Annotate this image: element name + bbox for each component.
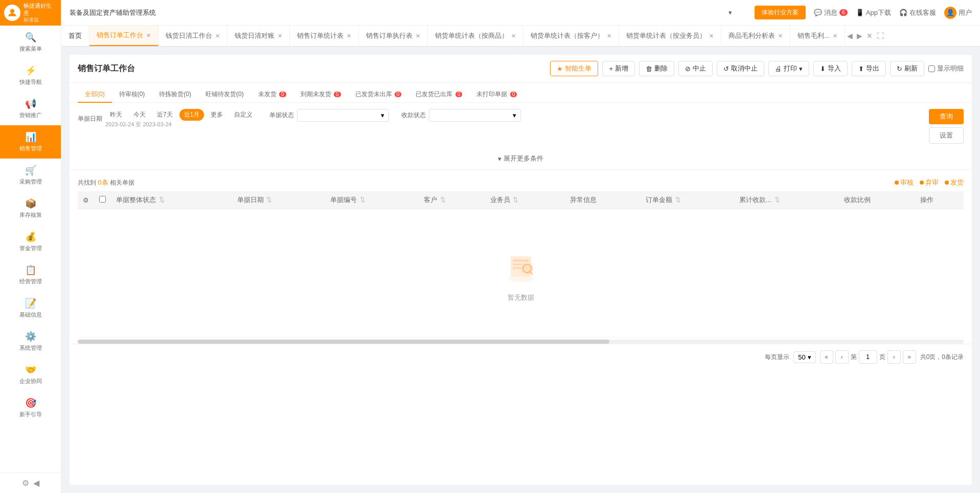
tab-sales-margin-close[interactable]: ✕ <box>833 33 837 39</box>
scroll-bar-thumb[interactable] <box>78 340 609 344</box>
tab-cash-clear[interactable]: 钱货日清工作台 ✕ <box>158 26 227 46</box>
sub-tab-wangpu[interactable]: 旺铺待发货(0) <box>198 87 251 103</box>
tab-goods-product-close[interactable]: ✕ <box>511 33 516 39</box>
tab-goods-product[interactable]: 销货单统计表（按商品） ✕ <box>428 26 523 46</box>
tab-goods-customer[interactable]: 销货单统计表（按客户） ✕ <box>523 26 619 46</box>
tab-profit-close[interactable]: ✕ <box>778 33 783 39</box>
tab-sales-order-close[interactable]: ✕ <box>146 32 151 39</box>
th-settings[interactable]: ⚙ <box>78 191 94 209</box>
tab-cash-recon[interactable]: 钱货日清对账 ✕ <box>227 26 290 46</box>
message-link[interactable]: 💬 消息 6 <box>814 8 848 17</box>
sidebar-item-guide[interactable]: 🎯 新手引导 <box>0 391 61 424</box>
show-detail-checkbox[interactable] <box>928 65 935 72</box>
sidebar-item-management[interactable]: 📋 经营管理 <box>0 258 61 292</box>
sub-tab-shipped-not-out[interactable]: 已发货未出库 0 <box>348 87 409 103</box>
date-btn-yesterday[interactable]: 昨天 <box>105 109 127 121</box>
sidebar-item-nav[interactable]: ⚡ 快捷导航 <box>0 59 61 92</box>
status-select[interactable]: ▾ <box>297 109 389 122</box>
tab-sales-exec[interactable]: 销售订单执行表 ✕ <box>359 26 428 46</box>
sidebar-item-inventory[interactable]: 📦 库存核算 <box>0 192 61 225</box>
show-detail-label[interactable]: 显示明细 <box>928 64 964 73</box>
th-date[interactable]: 单据日期 ⇅ <box>232 191 326 209</box>
date-btn-more[interactable]: 更多 <box>206 109 227 121</box>
sub-tab-overdue[interactable]: 到期未发货 0 <box>293 87 348 103</box>
date-btn-1month[interactable]: 近1月 <box>179 109 204 121</box>
tabs-prev-btn[interactable]: ◀ <box>845 30 855 42</box>
select-all-checkbox[interactable] <box>99 196 106 203</box>
tab-sales-order[interactable]: 销售订单工作台 ✕ <box>89 26 158 46</box>
th-amount[interactable]: 订单金额 ⇅ <box>641 191 734 209</box>
sidebar-item-search[interactable]: 🔍 搜索菜单 <box>0 26 61 59</box>
sub-tab-shipped-out[interactable]: 已发货已出库 0 <box>408 87 469 103</box>
sidebar-item-marketing[interactable]: 📢 营销推广 <box>0 92 61 125</box>
online-service-link[interactable]: 🎧 在线客服 <box>899 8 936 17</box>
sidebar-item-system[interactable]: ⚙️ 系统管理 <box>0 325 61 358</box>
batch-review-btn[interactable]: 审核 <box>895 178 914 187</box>
tab-sales-exec-close[interactable]: ✕ <box>416 33 420 39</box>
th-salesperson[interactable]: 业务员 ⇅ <box>485 191 565 209</box>
next-page-btn[interactable]: › <box>887 350 901 364</box>
scroll-bar-track[interactable] <box>78 340 964 344</box>
tab-goods-customer-close[interactable]: ✕ <box>607 33 611 39</box>
batch-cancel-btn[interactable]: 弃审 <box>920 178 939 187</box>
industry-btn[interactable]: 体验行业方案 <box>755 6 806 19</box>
refresh-btn[interactable]: ↻ 刷新 <box>890 61 924 76</box>
svg-point-0 <box>10 9 14 13</box>
tab-sales-stat[interactable]: 销售订单统计表 ✕ <box>290 26 359 46</box>
tabs-close-all-btn[interactable]: ✕ <box>864 30 875 42</box>
set-btn[interactable]: 设置 <box>929 127 964 144</box>
stop-btn[interactable]: ⊘ 中止 <box>678 61 713 76</box>
th-checkbox[interactable] <box>94 191 111 209</box>
tabs-next-btn[interactable]: ▶ <box>855 30 864 42</box>
sub-tab-unprinted[interactable]: 未打印单据 0 <box>469 87 524 103</box>
date-btn-custom[interactable]: 自定义 <box>230 109 257 121</box>
prev-page-btn[interactable]: ‹ <box>835 350 849 364</box>
cancel-stop-btn[interactable]: ↺ 取消中止 <box>717 61 764 76</box>
th-status[interactable]: 单据整体状态 ⇅ <box>111 191 232 209</box>
settings-bottom-icon[interactable]: ⚙ <box>22 478 29 488</box>
tab-cash-recon-close[interactable]: ✕ <box>278 33 282 39</box>
th-number[interactable]: 单据编号 ⇅ <box>325 191 419 209</box>
payment-select[interactable]: ▾ <box>429 109 521 122</box>
nav-icon: ⚡ <box>25 65 36 76</box>
user-menu[interactable]: 👤 用户 <box>944 7 972 19</box>
tab-cash-clear-close[interactable]: ✕ <box>215 33 220 39</box>
tab-goods-salesperson-close[interactable]: ✕ <box>709 33 714 39</box>
th-customer[interactable]: 客户 ⇅ <box>419 191 485 209</box>
sub-tab-all[interactable]: 全部(0) <box>78 87 112 103</box>
tab-goods-salesperson[interactable]: 销货单统计表（按业务员） ✕ <box>619 26 721 46</box>
app-download-link[interactable]: 📱 App下载 <box>856 8 891 17</box>
page-size-select[interactable]: 50 ▾ <box>793 351 815 363</box>
collapse-icon[interactable]: ◀ <box>33 478 39 488</box>
sidebar-item-basic[interactable]: 📝 基础信息 <box>0 292 61 325</box>
date-btn-7days[interactable]: 近7天 <box>152 109 177 121</box>
system-dropdown[interactable]: ▾ <box>728 9 732 16</box>
main-area: 装备及固定资产辅助管理系统 ▾ 体验行业方案 💬 消息 6 📱 App下载 🎧 … <box>61 0 980 493</box>
date-btn-today[interactable]: 今天 <box>129 109 150 121</box>
query-btn[interactable]: 查询 <box>929 109 964 124</box>
print-btn[interactable]: 🖨 打印 ▾ <box>768 61 809 76</box>
tab-home[interactable]: 首页 <box>61 26 89 46</box>
tab-sales-margin[interactable]: 销售毛利... ✕ <box>790 26 845 46</box>
first-page-btn[interactable]: « <box>820 350 833 364</box>
tab-profit[interactable]: 商品毛利分析表 ✕ <box>721 26 790 46</box>
batch-ship-btn[interactable]: 发货 <box>945 178 964 187</box>
sub-tab-unshipped[interactable]: 未发货 0 <box>251 87 293 103</box>
sub-tab-pending-review[interactable]: 待审核(0) <box>112 87 152 103</box>
export-btn[interactable]: ⬆ 导出 <box>852 61 886 76</box>
delete-btn[interactable]: 🗑 删除 <box>639 61 674 76</box>
tab-sales-stat-close[interactable]: ✕ <box>347 33 351 39</box>
last-page-btn[interactable]: » <box>903 350 916 364</box>
sidebar-item-collab[interactable]: 🤝 企业协同 <box>0 358 61 391</box>
expand-filter-btn[interactable]: ▾ 展开更多条件 <box>498 154 543 163</box>
page-input[interactable] <box>859 350 877 364</box>
smart-create-btn[interactable]: ★ 智能生单 <box>550 61 598 76</box>
tabs-maximize-btn[interactable]: ⛶ <box>875 30 886 42</box>
sidebar-item-sales[interactable]: 📊 销售管理 <box>0 125 61 159</box>
add-btn[interactable]: + 新增 <box>602 61 635 76</box>
sub-tab-pending-check[interactable]: 待拣验货(0) <box>152 87 198 103</box>
import-btn[interactable]: ⬇ 导入 <box>813 61 848 76</box>
th-collected[interactable]: 累计收款... ⇅ <box>734 191 839 209</box>
sidebar-item-finance[interactable]: 💰 资金管理 <box>0 225 61 258</box>
sidebar-item-purchase[interactable]: 🛒 采购管理 <box>0 159 61 192</box>
